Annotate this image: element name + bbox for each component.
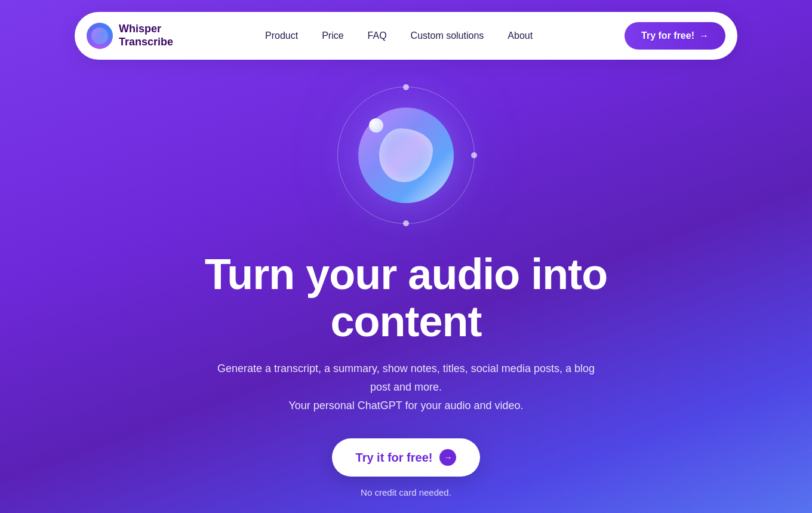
nav-cta-arrow: →	[699, 30, 709, 41]
nav-faq[interactable]: FAQ	[368, 30, 387, 41]
nav-about[interactable]: About	[508, 30, 533, 41]
nav-cta-button[interactable]: Try for free! →	[625, 22, 725, 50]
hero-title: Turn your audio into content	[137, 251, 675, 345]
orb-dot-top	[403, 84, 409, 90]
nav-custom-solutions[interactable]: Custom solutions	[411, 30, 484, 41]
logo-link[interactable]: WhisperTranscribe	[87, 23, 173, 49]
nav-wrapper: WhisperTranscribe Product Price FAQ Cust…	[75, 12, 737, 60]
nav-product[interactable]: Product	[265, 30, 298, 41]
hero-section: WhisperTranscribe Product Price FAQ Cust…	[0, 0, 812, 513]
logo-inner	[91, 27, 108, 44]
logo-text: WhisperTranscribe	[119, 23, 173, 48]
hero-subtitle-line1: Generate a transcript, a summary, show n…	[217, 363, 595, 393]
nav-links: Product Price FAQ Custom solutions About	[265, 30, 533, 41]
no-credit-card-text: No credit card needed.	[361, 487, 451, 497]
logo-icon	[87, 23, 113, 49]
hero-orb	[328, 78, 484, 233]
navbar: WhisperTranscribe Product Price FAQ Cust…	[75, 12, 737, 60]
orb-blob	[358, 107, 454, 203]
hero-cta-button[interactable]: Try it for free! →	[332, 438, 481, 477]
hero-subtitle-line2: Your personal ChatGPT for your audio and…	[288, 400, 523, 411]
nav-cta-label: Try for free!	[641, 30, 694, 41]
hero-cta-arrow-icon: →	[439, 449, 456, 466]
orb-dot-right	[471, 152, 477, 158]
hero-subtitle: Generate a transcript, a summary, show n…	[215, 360, 597, 414]
orb-dot-bottom	[403, 220, 409, 226]
hero-cta-label: Try it for free!	[356, 451, 433, 465]
orb-pearl	[369, 118, 383, 133]
orb-inner-blob	[379, 128, 433, 182]
nav-price[interactable]: Price	[322, 30, 343, 41]
